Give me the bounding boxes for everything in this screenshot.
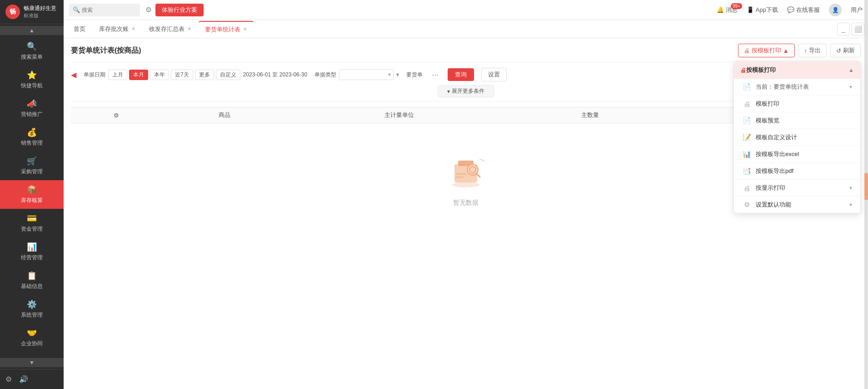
scrollbar-thumb	[864, 173, 868, 200]
bell-icon: 🔔	[717, 6, 724, 13]
template-preview-item[interactable]: 📄 模板预览	[734, 112, 860, 129]
money-icon: 💰	[27, 127, 37, 137]
date-filter-label: 单据日期	[84, 71, 105, 79]
volume-icon[interactable]: 🔊	[19, 375, 28, 384]
display-sub-arrow: ▾	[849, 185, 852, 191]
date-btn-7days[interactable]: 近7天	[171, 70, 193, 80]
sidebar-item-collab[interactable]: 🤝 企业协同	[0, 323, 64, 352]
table-col-settings[interactable]: ⚙	[71, 107, 161, 123]
messages-btn[interactable]: 🔔 消息 99+	[717, 6, 738, 14]
service-icon: 💬	[787, 6, 794, 13]
printer-icon-red: 🖨	[740, 67, 746, 74]
tab-batch-account[interactable]: 库存批次账 ✕	[93, 21, 142, 37]
date-btn-this-year[interactable]: 本年	[150, 70, 169, 80]
default-func-item[interactable]: ⚙ 设置默认功能 ▾	[734, 197, 860, 213]
right-scrollbar[interactable]	[864, 0, 868, 389]
sidebar-item-inventory[interactable]: 📦 库存核算	[0, 180, 64, 209]
sidebar-item-finance[interactable]: 💳 资金管理	[0, 209, 64, 237]
template-print-btn[interactable]: 🖨 按模板打印 ▲	[738, 44, 795, 57]
sidebar-logo: 畅 畅康通好生意 标准版	[0, 0, 64, 24]
box-icon: 📦	[27, 185, 37, 195]
topbar-search-box[interactable]: 🔍	[69, 4, 140, 16]
tab-expand-btn[interactable]: ⬜	[852, 23, 864, 35]
more-options-btn[interactable]: ···	[430, 70, 440, 80]
excel-icon: 📊	[742, 150, 751, 158]
printer-icon: 🖨	[744, 47, 750, 54]
preview-icon: 📄	[742, 116, 751, 125]
template-print-item[interactable]: 🖨 模板打印	[734, 96, 860, 112]
file-icon: 📄	[742, 83, 751, 91]
doctype-dropdown-arrow: ▾	[396, 71, 399, 78]
empty-text: 暂无数据	[453, 199, 479, 207]
tab-receipt-close[interactable]: ✕	[187, 26, 191, 32]
app-name-text: 畅康通好生意 标准版	[24, 5, 56, 19]
tab-order-label: 要货单统计表	[205, 25, 240, 34]
sidebar-nav: 🔍 搜索菜单 ⭐ 快捷导航 📣 营销推广 💰 销售管理 🛒 采购管理 📦 库存核…	[0, 37, 64, 356]
industry-btn[interactable]: 体验行业方案	[155, 4, 204, 16]
doctype-select-wrap	[339, 69, 394, 80]
filter-expand-icon[interactable]: ◀	[71, 71, 76, 79]
sidebar-scroll-down-btn[interactable]: ▼	[0, 358, 64, 367]
table-col-quantity: 主数量	[511, 107, 670, 123]
sidebar-item-guide[interactable]: 🎯 新手引导	[0, 352, 64, 356]
tab-batch-close[interactable]: ✕	[131, 26, 135, 32]
sidebar-item-search[interactable]: 🔍 搜索菜单	[0, 37, 64, 66]
export-btn[interactable]: ↑ 导出	[798, 44, 827, 57]
settings-bottom-icon[interactable]: ⚙	[5, 375, 12, 384]
app-download-btn[interactable]: 📱 App下载	[747, 6, 778, 14]
sidebar: 畅 畅康通好生意 标准版 ▲ 🔍 搜索菜单 ⭐ 快捷导航 📣 营销推广 💰 销售…	[0, 0, 64, 389]
sidebar-scroll-up-btn[interactable]: ▲	[0, 26, 64, 35]
app-logo-icon: 畅	[5, 5, 20, 19]
tab-minimize-btn[interactable]: _	[837, 23, 850, 35]
export-pdf-item[interactable]: 📑 按模板导出pdf	[734, 163, 860, 180]
page-actions: 🖨 按模板打印 ▲ ↑ 导出 ↺ 刷新 🖨	[738, 44, 861, 57]
date-btn-more[interactable]: 更多	[195, 70, 214, 80]
sidebar-item-basic[interactable]: 📋 基础信息	[0, 266, 64, 295]
tab-home[interactable]: 首页	[67, 21, 92, 37]
tab-order-close[interactable]: ✕	[243, 26, 247, 32]
search-input[interactable]	[82, 7, 136, 13]
printer2-icon: 🖨	[742, 100, 751, 108]
template-current-label: 当前：要货单统计表	[756, 83, 845, 91]
page-title: 要货单统计表(按商品)	[71, 46, 141, 56]
template-dropdown-chevron[interactable]: ▲	[848, 67, 854, 73]
export-icon: ↑	[804, 47, 808, 54]
sidebar-item-system[interactable]: ⚙️ 系统管理	[0, 295, 64, 323]
main-area: 🔍 ⚙ 体验行业方案 🔔 消息 99+ 📱 App下载 💬 在线客服 👤 用户	[64, 0, 868, 389]
order-status-label: 要货单	[406, 71, 423, 79]
cart-icon: 🛒	[27, 156, 37, 166]
settings-btn[interactable]: 设置	[481, 68, 507, 81]
sidebar-item-marketing[interactable]: 📣 营销推广	[0, 94, 64, 123]
sidebar-item-operations[interactable]: 📊 经营管理	[0, 237, 64, 266]
megaphone-icon: 📣	[27, 99, 37, 109]
doctype-select[interactable]	[339, 69, 394, 80]
template-current-item[interactable]: 📄 当前：要货单统计表 ▾	[734, 79, 860, 96]
sidebar-item-sales[interactable]: 💰 销售管理	[0, 123, 64, 152]
expand-more-btn[interactable]: ▾ 展开更多条件	[438, 85, 494, 97]
online-service-btn[interactable]: 💬 在线客服	[787, 6, 820, 14]
display-print-item[interactable]: 🖨 按显示打印 ▾	[734, 180, 860, 197]
svg-point-0	[452, 182, 479, 187]
template-dropdown-header: 🖨 按模板打印 ▲	[734, 61, 860, 79]
default-gear-icon: ⚙	[742, 201, 751, 209]
export-excel-item[interactable]: 📊 按模板导出excel	[734, 146, 860, 163]
page-inner: 要货单统计表(按商品) 🖨 按模板打印 ▲ ↑ 导出 ↺ 刷新	[64, 38, 868, 389]
topbar-settings-icon[interactable]: ⚙	[145, 5, 152, 14]
date-custom-btn[interactable]: 自定义	[216, 70, 240, 80]
avatar[interactable]: 👤	[829, 4, 842, 16]
date-buttons: 上月 本月 本年 近7天 更多 自定义	[108, 70, 240, 80]
order-status-filter: 要货单	[406, 71, 423, 79]
sidebar-item-purchase[interactable]: 🛒 采购管理	[0, 152, 64, 180]
tab-order-stats[interactable]: 要货单统计表 ✕	[199, 21, 254, 37]
query-btn[interactable]: 查询	[448, 68, 474, 81]
tab-receipt-summary[interactable]: 收发存汇总表 ✕	[143, 21, 198, 37]
handshake-icon: 🤝	[27, 328, 37, 338]
tab-receipt-label: 收发存汇总表	[149, 25, 185, 33]
date-btn-last-month[interactable]: 上月	[108, 70, 127, 80]
refresh-btn[interactable]: ↺ 刷新	[830, 44, 861, 57]
sidebar-item-quick-nav[interactable]: ⭐ 快捷导航	[0, 66, 64, 94]
star-icon: ⭐	[27, 70, 37, 80]
doctype-filter: 单据类型 ▾	[314, 69, 399, 80]
template-custom-item[interactable]: 📝 模板自定义设计	[734, 129, 860, 146]
date-btn-this-month[interactable]: 本月	[129, 70, 148, 80]
